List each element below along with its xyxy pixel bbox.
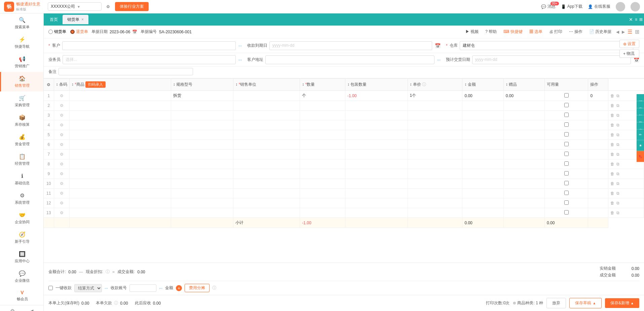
cell-amount[interactable]: 0.00 [503,91,544,101]
row-settings[interactable]: ⚙ [54,169,69,179]
copy-icon[interactable]: ⧉ [616,191,619,196]
cell-price[interactable] [462,189,503,198]
cell-price[interactable] [462,150,503,159]
cell-spec[interactable] [233,159,300,169]
company-selector[interactable]: XXXXXX公司 ▾ [48,2,102,11]
cell-gift[interactable] [545,189,588,198]
delete-icon[interactable]: 🗑 [610,191,614,196]
copy-icon[interactable]: ⧉ [616,152,619,157]
table-header-amount[interactable]: ↕ 金额 [462,79,503,91]
cell-amount[interactable] [503,159,544,169]
cell-product[interactable] [171,179,233,189]
sidebar-settings-icon[interactable]: ⚙ [10,308,15,311]
cell-unit[interactable] [300,198,345,208]
side-float-star[interactable]: ★ [637,140,644,151]
cell-barcode[interactable] [69,179,171,189]
row-settings[interactable]: ⚙ [54,150,69,159]
cell-amount[interactable] [503,111,544,120]
save-new-button[interactable]: 保存&新增 ▲ [605,298,639,308]
cell-product[interactable] [171,111,233,120]
delete-icon[interactable]: 🗑 [610,171,614,176]
cell-barcode[interactable] [69,120,171,130]
side-float-inventory[interactable]: 存 [637,122,644,129]
warehouse-input[interactable]: 建材仓 [460,41,633,50]
logistics-button[interactable]: + 物流 [619,49,639,58]
pick-btn[interactable]: ☰ 选单 [527,28,544,35]
cell-product[interactable] [171,150,233,159]
side-float-customer[interactable]: 客 [637,101,644,108]
cell-pkg-qty[interactable]: 1个 [408,91,462,101]
copy-icon[interactable]: ⧉ [616,181,619,186]
note-input[interactable] [59,68,193,75]
cell-product[interactable] [171,140,233,150]
cell-pkg-qty[interactable] [408,189,462,198]
account-input[interactable] [129,284,156,292]
cell-amount[interactable] [503,140,544,150]
row-settings[interactable]: ⚙ [54,179,69,189]
cell-barcode[interactable] [69,150,171,159]
cell-gift[interactable] [545,208,588,218]
cell-gift[interactable] [545,130,588,140]
cell-pkg-qty[interactable] [408,179,462,189]
cell-price[interactable] [462,111,503,120]
copy-icon[interactable]: ⧉ [616,113,619,118]
row-settings[interactable]: ⚙ [54,130,69,140]
cell-spec[interactable] [233,150,300,159]
online-service-button[interactable]: 👤 在线客服 [588,4,610,9]
cell-qty[interactable]: -1.00 [345,91,408,101]
sidebar-item-sales[interactable]: 🏠 销售管理 [0,72,43,91]
table-header-pkg-qty[interactable]: ↕ 包装数量 [345,79,408,91]
cell-unit[interactable] [300,179,345,189]
cell-product[interactable] [171,208,233,218]
cell-unit[interactable] [300,111,345,120]
account-dots-icon[interactable]: ··· [159,286,162,290]
cell-gift[interactable] [545,179,588,189]
sidebar-item-finance[interactable]: 💰 资金管理 [0,130,43,150]
cell-product[interactable] [171,130,233,140]
info-owed-icon[interactable]: ⓘ [114,300,118,306]
customer-addr-input[interactable] [265,55,434,64]
cell-unit[interactable] [300,120,345,130]
cell-amount[interactable] [503,179,544,189]
cell-pkg-qty[interactable] [408,101,462,111]
cell-amount[interactable] [503,198,544,208]
copy-icon[interactable]: ⧉ [616,132,619,137]
cell-barcode[interactable] [69,101,171,111]
sidebar-item-member[interactable]: V 畅会员 [0,286,43,305]
sidebar-item-wechat[interactable]: 💬 企业微信 [0,267,43,286]
cell-qty[interactable] [345,111,408,120]
delete-icon[interactable]: 🗑 [610,123,614,127]
cell-price[interactable] [462,179,503,189]
cell-gift[interactable] [545,169,588,179]
app-download-button[interactable]: 📱 App下载 [561,4,582,9]
save-draft-button[interactable]: 保存草稿 ▲ [569,298,602,308]
copy-icon[interactable]: ⧉ [616,210,619,215]
due-date-input[interactable]: yyyy-mm-dd [269,41,432,50]
row-settings[interactable]: ⚙ [54,120,69,130]
customer-dots-icon[interactable]: ··· [238,43,242,48]
cell-barcode[interactable] [69,189,171,198]
table-header-settings[interactable]: ⚙ [44,79,54,91]
info-icon[interactable]: ⓘ [422,82,426,87]
calendar-icon[interactable]: 📅 [132,30,137,34]
row-settings[interactable]: ⚙ [54,189,69,198]
cell-unit[interactable] [300,140,345,150]
sidebar-item-tutorial[interactable]: 🧭 新手引导 [0,228,43,247]
cell-gift[interactable] [545,159,588,169]
cell-product[interactable] [171,189,233,198]
radio-sales-order[interactable]: 销货单 [48,29,66,35]
cell-amount[interactable] [503,150,544,159]
cell-amount[interactable] [503,208,544,218]
sidebar-item-operations[interactable]: 📋 经营管理 [0,150,43,169]
cell-barcode[interactable] [69,130,171,140]
cell-pkg-qty[interactable] [408,120,462,130]
cell-gift[interactable] [545,140,588,150]
cell-gift[interactable] [545,111,588,120]
row-settings[interactable]: ⚙ [54,101,69,111]
cell-spec[interactable] [233,208,300,218]
cell-pkg-qty[interactable] [408,150,462,159]
cell-amount[interactable] [503,189,544,198]
grid-view-icon[interactable]: ⊞ [635,29,639,35]
table-header-product[interactable]: ↕ *商品 扫码录入 [69,79,171,91]
sidebar-item-purchase[interactable]: 🛒 采购管理 [0,91,43,111]
